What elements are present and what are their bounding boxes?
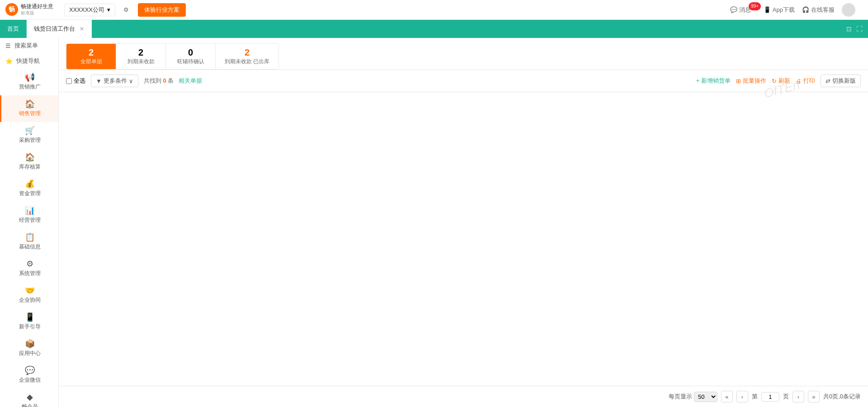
stat-count-all: 2 [75,47,107,58]
related-orders-link[interactable]: 相关单据 [179,77,202,84]
sidebar-item-search-menu[interactable]: ☰ 搜索菜单 [0,38,58,53]
sidebar-item-member[interactable]: ◆ 畅会员 [0,388,58,407]
page-next-button[interactable]: › [793,391,804,402]
found-number: 0 [163,77,166,84]
sidebar-item-cooperation[interactable]: 🤝 企业协同 [0,282,58,309]
app-center-icon: 📦 [25,340,35,348]
refresh-icon: ↻ [772,78,777,84]
stat-label-wangwang: 旺辅待确认 [177,58,204,65]
company-name: XXXXXX公司 [69,6,104,14]
headset-icon: 🎧 [802,6,809,13]
system-label: 系统管理 [19,270,41,277]
page-prev-button[interactable]: ‹ [736,391,748,402]
sidebar-item-app-center[interactable]: 📦 应用中心 [0,335,58,362]
sidebar-item-operations[interactable]: 📊 经营管理 [0,202,58,229]
filter-icon: ▼ [96,78,102,84]
print-button[interactable]: 🖨 打印 [796,77,815,85]
logo-title: 畅捷通好生意 [21,3,53,9]
select-all-checkbox[interactable]: 全选 [66,77,85,85]
finance-label: 资金管理 [19,190,41,197]
pagination: 每页显示 50 10 20 100 « ‹ 第 页 › » 共0页,0条记录 [59,386,868,407]
sidebar-item-quick-nav[interactable]: ⭐ 快捷导航 [0,53,58,69]
page-first-button[interactable]: « [721,391,733,402]
online-service-label: 在线客服 [811,6,835,14]
sales-icon: 🏠 [25,100,35,108]
inventory-label: 库存核算 [19,163,41,171]
sidebar-item-guide[interactable]: 📱 新手引导 [0,309,58,335]
found-count-text: 共找到 0 条 相关单据 [144,77,202,85]
bell-icon: 💬 [730,6,737,13]
switch-version-button[interactable]: ⇄ 切换新版 [821,75,861,87]
toolbar-right: + 新增销货单 ⊞ 批量操作 ↻ 刷新 🖨 打印 ⇄ 切换新版 [696,75,861,87]
basic-info-label: 基础信息 [19,243,41,251]
table-area [59,92,868,386]
online-service-button[interactable]: 🎧 在线客服 [802,6,835,14]
logo-icon: 畅 [5,3,18,16]
user-avatar[interactable] [842,3,855,17]
sidebar-item-sales[interactable]: 🏠 销售管理 [0,95,58,122]
filter-button[interactable]: ▼ 更多条件 ∨ [91,75,138,87]
member-icon: ◆ [27,393,33,401]
gear-icon: ⚙ [123,6,129,13]
search-menu-label: 搜索菜单 [14,42,38,50]
marketing-label: 营销推广 [19,83,41,91]
company-selector[interactable]: XXXXXX公司 ▾ [64,4,115,16]
app-download-label: App下载 [773,6,795,14]
settings-button[interactable]: ⚙ [119,3,133,17]
stat-tab-overdue-unpaid[interactable]: 2 到期未收款 [116,44,166,69]
refresh-button[interactable]: ↻ 刷新 [772,77,790,85]
stat-tab-wangwang[interactable]: 0 旺辅待确认 [166,44,216,69]
sidebar-item-basic-info[interactable]: 📋 基础信息 [0,229,58,255]
notification-badge: 99+ [749,2,761,10]
purchase-icon: 🛒 [25,126,35,135]
batch-icon: ⊞ [736,78,741,84]
marketing-icon: 📢 [25,73,35,81]
tab-home[interactable]: 首页 [0,20,27,38]
logo-badge: 标准版 [21,10,53,16]
guide-icon: 📱 [25,313,35,321]
sidebar-item-system[interactable]: ⚙ 系统管理 [0,255,58,282]
content-area: 2 全部单据 2 到期未收款 0 旺辅待确认 2 到期未收款 已出库 [59,38,868,407]
batch-operation-button[interactable]: ⊞ 批量操作 [736,77,766,85]
page-size-select[interactable]: 50 10 20 100 [694,392,717,402]
notification-button[interactable]: 💬 消息 99+ [728,6,756,14]
filter-chevron-icon: ∨ [129,78,133,84]
refresh-label: 刷新 [778,77,790,85]
batch-label: 批量操作 [743,77,766,85]
app-center-label: 应用中心 [19,350,41,357]
logo-area: 畅 畅捷通好生意 标准版 [5,3,64,16]
add-order-button[interactable]: + 新增销货单 [696,77,731,85]
sidebar-item-purchase[interactable]: 🛒 采购管理 [0,122,58,149]
quick-nav-label: 快捷导航 [16,57,40,65]
tab-close-button[interactable]: ✕ [80,26,84,32]
page-total: 共0页,0条记录 [823,393,861,401]
tab-workbench[interactable]: 钱货日清工作台 ✕ [27,20,92,38]
page-last-button[interactable]: » [808,391,820,402]
wechat-icon: 💬 [25,366,35,374]
star-icon: ⭐ [5,58,13,65]
sidebar: ☰ 搜索菜单 ⭐ 快捷导航 📢 营销推广 🏠 销售管理 🛒 采购管理 🏠 库存核… [0,38,59,407]
sidebar-item-inventory[interactable]: 🏠 库存核算 [0,149,58,175]
main-layout: ☰ 搜索菜单 ⭐ 快捷导航 📢 营销推广 🏠 销售管理 🛒 采购管理 🏠 库存核… [0,38,868,407]
tab-maximize-button[interactable]: ⛶ [856,25,863,33]
stat-label-overdue-unpaid: 到期未收款 [127,58,155,65]
operations-label: 经营管理 [19,216,41,224]
app-download-button[interactable]: 📱 App下载 [764,6,795,14]
system-icon: ⚙ [26,260,33,268]
sidebar-item-marketing[interactable]: 📢 营销推广 [0,69,58,95]
sidebar-item-enterprise-wechat[interactable]: 💬 企业微信 [0,362,58,388]
select-all-input[interactable] [66,78,72,84]
search-menu-icon: ☰ [5,42,11,49]
stat-tab-overdue-undelivered[interactable]: 2 到期未收款 已出库 [216,44,278,69]
tab-minimize-button[interactable]: ⊡ [846,25,852,33]
top-header: 畅 畅捷通好生意 标准版 XXXXXX公司 ▾ ⚙ 体验行业方案 💬 消息 99… [0,0,868,20]
stat-tab-all[interactable]: 2 全部单据 [66,44,116,69]
experience-button[interactable]: 体验行业方案 [138,3,186,17]
chevron-down-icon: ▾ [107,6,110,13]
member-label: 畅会员 [22,403,38,407]
sidebar-item-finance[interactable]: 💰 资金管理 [0,175,58,202]
tab-bar: 首页 钱货日清工作台 ✕ ⊡ ⛶ [0,20,868,38]
stat-count-overdue-unpaid: 2 [125,47,156,58]
page-current-input[interactable] [761,392,779,402]
stat-label-overdue-undelivered: 到期未收款 已出库 [225,58,269,65]
